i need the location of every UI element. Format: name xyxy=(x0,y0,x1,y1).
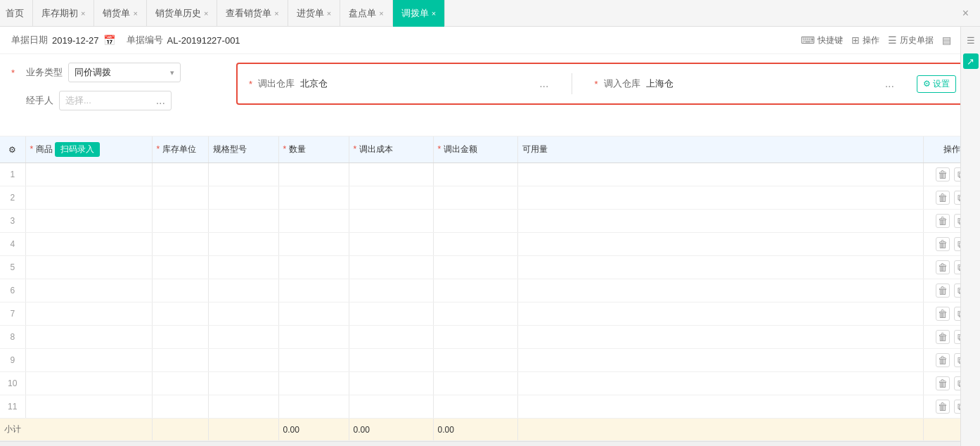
scroll-bar[interactable] xyxy=(0,441,980,446)
th-cost: 调出成本 xyxy=(349,136,433,163)
sidebar-icon-expand[interactable]: ↗ xyxy=(963,53,979,69)
row-qty-4[interactable] xyxy=(278,233,349,256)
row-cost-9[interactable] xyxy=(349,349,433,372)
tab-inventory-count-close[interactable]: × xyxy=(379,9,383,18)
row-cost-10[interactable] xyxy=(349,372,433,395)
row-cost-7[interactable] xyxy=(349,302,433,326)
th-action-label: 操作 xyxy=(943,144,960,154)
delete-icon-7[interactable]: 🗑 xyxy=(936,307,950,321)
sidebar-icon-list[interactable]: ☰ xyxy=(963,32,979,48)
row-qty-6[interactable] xyxy=(278,279,349,302)
number-value: AL-20191227-001 xyxy=(167,35,240,46)
grid-icon: ⊞ xyxy=(851,34,860,46)
delete-icon-10[interactable]: 🗑 xyxy=(936,376,950,390)
source-more-btn[interactable]: ... xyxy=(539,77,548,90)
row-qty-3[interactable] xyxy=(278,210,349,233)
row-num-3: 3 xyxy=(0,210,25,233)
row-qty-10[interactable] xyxy=(278,372,349,395)
row-qty-11[interactable] xyxy=(278,395,349,419)
delete-icon-1[interactable]: 🗑 xyxy=(936,167,950,181)
subtotal-label: 小计 xyxy=(4,424,21,434)
layout-btn1[interactable]: ▤ xyxy=(942,34,951,46)
delete-icon-3[interactable]: 🗑 xyxy=(936,214,950,228)
history-label: 历史单据 xyxy=(900,34,934,46)
row-num-9: 9 xyxy=(0,349,25,372)
row-product-7[interactable] xyxy=(25,302,152,326)
history-btn[interactable]: ☰ 历史单据 xyxy=(888,34,934,46)
row-qty-5[interactable] xyxy=(278,256,349,279)
row-cost-4[interactable] xyxy=(349,233,433,256)
table-row: 2 🗑 ⧉ xyxy=(0,186,980,210)
tab-home[interactable]: 首页 xyxy=(6,0,33,27)
row-cost-5[interactable] xyxy=(349,256,433,279)
tab-inventory-init-close[interactable]: × xyxy=(81,9,85,18)
tab-inventory-count[interactable]: 盘点单 × xyxy=(340,0,392,27)
source-warehouse-field: * 调出仓库 北京仓 ... xyxy=(249,77,549,90)
row-cost-2[interactable] xyxy=(349,186,433,210)
row-product-4[interactable] xyxy=(25,233,152,256)
th-quantity-label: 数量 xyxy=(289,144,306,154)
row-product-10[interactable] xyxy=(25,372,152,395)
delete-icon-9[interactable]: 🗑 xyxy=(936,353,950,367)
table-row: 7 🗑 ⧉ xyxy=(0,302,980,326)
tab-sales-history-close[interactable]: × xyxy=(204,9,208,18)
row-cost-1[interactable] xyxy=(349,163,433,186)
row-qty-2[interactable] xyxy=(278,186,349,210)
tab-transfer[interactable]: 调拨单 × xyxy=(393,0,445,27)
row-qty-9[interactable] xyxy=(278,349,349,372)
delete-icon-5[interactable]: 🗑 xyxy=(936,260,950,274)
tab-transfer-close[interactable]: × xyxy=(432,9,436,18)
settings-button[interactable]: ⚙ 设置 xyxy=(917,75,956,93)
tab-purchase-close[interactable]: × xyxy=(327,9,331,18)
delete-icon-2[interactable]: 🗑 xyxy=(936,191,950,205)
row-cost-3[interactable] xyxy=(349,210,433,233)
table-header-row: ⚙ 商品 扫码录入 库存单位 规格型号 数量 xyxy=(0,136,980,163)
th-unit: 库存单位 xyxy=(152,136,208,163)
row-qty-8[interactable] xyxy=(278,326,349,349)
delete-icon-4[interactable]: 🗑 xyxy=(936,237,950,251)
tab-bar-close-icon[interactable]: × xyxy=(957,4,974,23)
row-cost-11[interactable] xyxy=(349,395,433,419)
tab-sales-order-close[interactable]: × xyxy=(133,9,137,18)
row-product-11[interactable] xyxy=(25,395,152,419)
row-qty-7[interactable] xyxy=(278,302,349,326)
row-product-8[interactable] xyxy=(25,326,152,349)
scan-btn[interactable]: 扫码录入 xyxy=(55,142,100,157)
shortcuts-btn[interactable]: ⌨ 快捷键 xyxy=(801,34,843,46)
right-sidebar: ☰ ↗ xyxy=(960,27,980,446)
number-label: 单据编号 xyxy=(127,34,163,46)
delete-icon-6[interactable]: 🗑 xyxy=(936,283,950,298)
target-warehouse-value[interactable]: 上海仓 xyxy=(646,77,879,90)
row-cost-6[interactable] xyxy=(349,279,433,302)
row-product-9[interactable] xyxy=(25,349,152,372)
row-product-1[interactable] xyxy=(25,163,152,186)
operations-btn[interactable]: ⊞ 操作 xyxy=(851,34,879,46)
tab-inventory-init[interactable]: 库存期初 × xyxy=(33,0,94,27)
th-gear[interactable]: ⚙ xyxy=(0,136,25,163)
tab-purchase[interactable]: 进货单 × xyxy=(288,0,340,27)
row-num-6: 6 xyxy=(0,279,25,302)
row-product-3[interactable] xyxy=(25,210,152,233)
row-product-6[interactable] xyxy=(25,279,152,302)
tab-view-sales-close[interactable]: × xyxy=(274,9,278,18)
delete-icon-8[interactable]: 🗑 xyxy=(936,330,950,344)
calendar-icon[interactable]: 📅 xyxy=(103,34,115,46)
handler-more-btn[interactable]: ... xyxy=(156,94,165,107)
handler-row: 经手人 选择... ... xyxy=(11,91,208,110)
date-value[interactable]: 2019-12-27 xyxy=(52,35,99,46)
row-product-5[interactable] xyxy=(25,256,152,279)
row-product-2[interactable] xyxy=(25,186,152,210)
tab-sales-order[interactable]: 销货单 × xyxy=(94,0,146,27)
source-warehouse-value[interactable]: 北京仓 xyxy=(300,77,534,90)
row-qty-1[interactable] xyxy=(278,163,349,186)
delete-icon-11[interactable]: 🗑 xyxy=(936,400,950,414)
handler-select[interactable]: 选择... ... xyxy=(59,91,172,110)
subtotal-empty-2 xyxy=(208,419,278,441)
tab-view-sales[interactable]: 查看销货单 × xyxy=(217,0,288,27)
tab-sales-history[interactable]: 销货单历史 × xyxy=(147,0,217,27)
row-num-2: 2 xyxy=(0,186,25,210)
business-type-arrow: ▾ xyxy=(170,68,174,77)
target-more-btn[interactable]: ... xyxy=(885,77,894,90)
row-cost-8[interactable] xyxy=(349,326,433,349)
business-type-select[interactable]: 同价调拨 ▾ xyxy=(68,63,181,82)
